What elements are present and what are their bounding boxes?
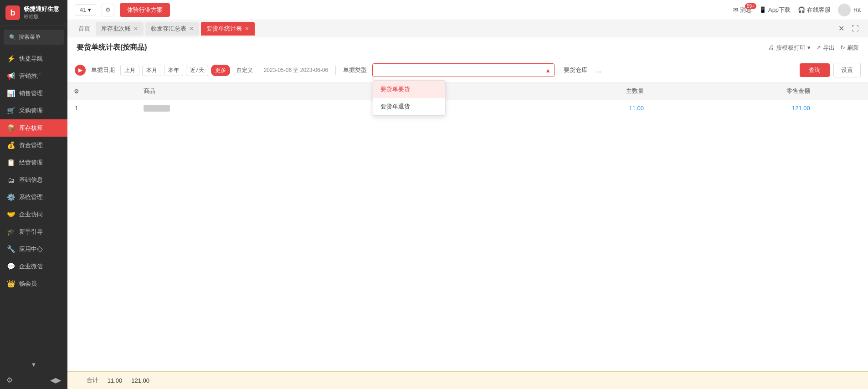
page-content: 要货单统计表(按商品) 🖨 按模板打印 ▾ ↗ 导出 ↻ 刷新 ▶ xyxy=(67,37,868,389)
tab-batch[interactable]: 库存批次账 ✕ xyxy=(96,22,144,36)
col-product: 商品 xyxy=(138,82,317,100)
date-btn-7days[interactable]: 近7天 xyxy=(186,65,208,76)
filter-settings-button[interactable]: 设置 xyxy=(833,63,861,77)
sidebar-item-system[interactable]: ⚙️ 系统管理 xyxy=(0,189,67,206)
tab-bar-end: ✕ ⛶ xyxy=(837,23,861,34)
sidebar: b 畅捷通好生意 标准版 🔍 搜索菜单 ⚡ 快捷导航 📢 营销推广 📊 销售管理… xyxy=(0,0,67,389)
date-btn-this-month[interactable]: 本月 xyxy=(142,65,161,76)
logo-icon: b xyxy=(5,5,20,20)
query-button[interactable]: 查询 xyxy=(800,63,830,77)
type-filter-label: 单据类型 xyxy=(343,66,367,74)
refresh-button[interactable]: ↻ 刷新 xyxy=(840,44,859,52)
data-table: ⚙ 商品 主计量单位 主数量 零售金额 1 xyxy=(67,82,868,116)
footer-qty-cell: 11.00 xyxy=(108,377,123,384)
print-icon: 🖨 xyxy=(768,44,774,51)
tab-close-all[interactable]: ✕ xyxy=(837,23,846,34)
quick-nav-icon: ⚡ xyxy=(6,55,15,63)
sidebar-item-marketing[interactable]: 📢 营销推广 xyxy=(0,67,67,85)
company-selector[interactable]: 41 ▾ xyxy=(75,4,96,15)
filter-bar: ▶ 单据日期 上月 本月 本年 近7天 更多 自定义 2023-05-06 至 … xyxy=(67,58,868,82)
row-amount[interactable]: 121.00 xyxy=(649,100,816,116)
user-name: Rit xyxy=(853,6,861,13)
trial-button[interactable]: 体验行业方案 xyxy=(120,3,170,17)
finance-icon: 💰 xyxy=(6,141,15,149)
col-no xyxy=(86,82,138,100)
dropdown-item-order-return[interactable]: 要货单退货 xyxy=(373,98,445,115)
sidebar-item-member[interactable]: 👑 畅会员 xyxy=(0,275,67,292)
mobile-icon: 📱 xyxy=(759,6,766,13)
apps-icon: 🔧 xyxy=(6,245,15,253)
settings-icon[interactable]: ⚙ xyxy=(6,376,13,384)
sidebar-item-base[interactable]: 🗂 基础信息 xyxy=(0,171,67,189)
col-qty: 主数量 xyxy=(512,82,649,100)
type-filter-chevron-up-icon[interactable]: ▲ xyxy=(545,67,551,74)
guide-icon: 🎓 xyxy=(6,228,15,236)
sidebar-item-sales[interactable]: 📊 销售管理 xyxy=(0,85,67,102)
filter-expand-button[interactable]: ▶ xyxy=(75,65,86,76)
col-gear[interactable]: ⚙ xyxy=(67,82,86,100)
sidebar-item-inventory[interactable]: 📦 库存核算 xyxy=(0,119,67,137)
date-btn-more[interactable]: 更多 xyxy=(211,65,230,76)
col-extra xyxy=(816,82,868,100)
footer-amount-value: 121.00 xyxy=(131,377,149,384)
gear-icon: ⚙ xyxy=(105,6,111,13)
inventory-icon: 📦 xyxy=(6,124,15,132)
sidebar-scroll-down[interactable]: ▼ xyxy=(0,358,67,371)
type-filter-wrap: ▲ xyxy=(372,63,555,77)
sales-icon: 📊 xyxy=(6,89,15,97)
footer-amount-cell: 121.00 xyxy=(131,377,149,384)
message-icon: ✉ xyxy=(733,6,738,13)
table-wrap: ⚙ 商品 主计量单位 主数量 零售金额 1 xyxy=(67,82,868,371)
table-footer: 合计 11.00 121.00 xyxy=(67,371,868,389)
sidebar-item-quick-nav[interactable]: ⚡ 快捷导航 xyxy=(0,50,67,67)
sidebar-search[interactable]: 🔍 搜索菜单 xyxy=(4,30,64,45)
dropdown-item-order-goods[interactable]: 要货单要货 xyxy=(373,81,445,98)
tab-bar: 首页 库存批次账 ✕ 收发存汇总表 ✕ 要货单统计表 ✕ ✕ ⛶ xyxy=(67,20,868,37)
print-button[interactable]: 🖨 按模板打印 ▾ xyxy=(768,44,811,52)
page-header: 要货单统计表(按商品) 🖨 按模板打印 ▾ ↗ 导出 ↻ 刷新 xyxy=(67,37,868,58)
date-btn-custom[interactable]: 自定义 xyxy=(233,65,257,76)
search-icon: 🔍 xyxy=(9,34,16,41)
table-header-row: ⚙ 商品 主计量单位 主数量 零售金额 xyxy=(67,82,868,100)
sidebar-item-enterprise[interactable]: 🤝 企业协同 xyxy=(0,206,67,223)
header-gear-button[interactable]: ⚙ xyxy=(102,4,114,16)
table-row: 1 块 11.00 121.00 xyxy=(67,100,868,116)
row-no: 1 xyxy=(67,100,86,116)
tab-summary[interactable]: 收发存汇总表 ✕ xyxy=(145,22,199,36)
tab-close-summary[interactable]: ✕ xyxy=(189,26,194,31)
type-dropdown-menu: 要货单要货 要货单退货 xyxy=(373,80,446,116)
sidebar-item-wechat[interactable]: 💬 企业微信 xyxy=(0,258,67,275)
sidebar-item-operation[interactable]: 📋 经营管理 xyxy=(0,154,67,171)
tab-home[interactable]: 首页 xyxy=(75,22,94,36)
chevron-down-icon: ▾ xyxy=(88,6,91,13)
export-button[interactable]: ↗ 导出 xyxy=(816,44,835,52)
collapse-icon[interactable]: ◀▶ xyxy=(50,376,61,384)
messages-action[interactable]: ✉ 消息 99+ xyxy=(733,6,752,14)
date-btn-last-month[interactable]: 上月 xyxy=(120,65,139,76)
online-service-action[interactable]: 🎧 在线客服 xyxy=(798,6,831,14)
app-download-action[interactable]: 📱 App下载 xyxy=(759,6,791,14)
main-area: 41 ▾ ⚙ 体验行业方案 ✉ 消息 99+ 📱 App下载 🎧 在线客服 xyxy=(67,0,868,389)
sidebar-item-finance[interactable]: 💰 资金管理 xyxy=(0,137,67,154)
sidebar-item-guide[interactable]: 🎓 新手引导 xyxy=(0,223,67,241)
sidebar-logo: b 畅捷通好生意 标准版 xyxy=(0,0,67,26)
operation-icon: 📋 xyxy=(6,159,15,167)
page-title: 要货单统计表(按商品) xyxy=(77,43,147,52)
tab-expand[interactable]: ⛶ xyxy=(850,24,861,34)
marketing-icon: 📢 xyxy=(6,72,15,80)
tab-close-batch[interactable]: ✕ xyxy=(134,26,138,31)
export-icon: ↗ xyxy=(816,44,821,51)
type-filter-input[interactable] xyxy=(372,63,555,77)
date-range-display: 2023-05-06 至 2023-06-06 xyxy=(264,67,328,74)
filter-more-button[interactable]: … xyxy=(595,66,602,74)
tab-close-order-stat[interactable]: ✕ xyxy=(245,26,249,31)
date-btn-this-year[interactable]: 本年 xyxy=(164,65,183,76)
header-right: ✉ 消息 99+ 📱 App下载 🎧 在线客服 Rit xyxy=(733,4,861,16)
user-info[interactable]: Rit xyxy=(838,4,861,16)
row-qty[interactable]: 11.00 xyxy=(512,100,649,116)
sidebar-nav: ⚡ 快捷导航 📢 营销推广 📊 销售管理 🛒 采购管理 📦 库存核算 💰 资金管… xyxy=(0,48,67,358)
tab-order-stat[interactable]: 要货单统计表 ✕ xyxy=(201,22,255,36)
sidebar-item-apps[interactable]: 🔧 应用中心 xyxy=(0,241,67,258)
sidebar-item-purchase[interactable]: 🛒 采购管理 xyxy=(0,102,67,119)
footer-total-label: 合计 xyxy=(87,376,98,384)
